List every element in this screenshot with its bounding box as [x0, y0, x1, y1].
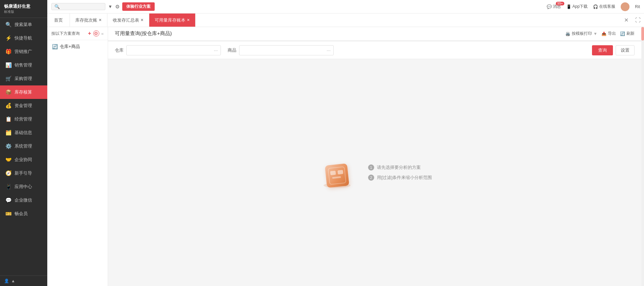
tab-home[interactable]: 首页	[47, 14, 70, 27]
message-badge: 99+	[556, 2, 564, 5]
scheme-panel: 按以下方案查询 + ⚙ « 🔄 仓库+商品	[47, 27, 108, 286]
topbar-trial-button[interactable]: 体验行业方案	[122, 2, 155, 11]
sidebar-logo: 畅康通好生意 标准版	[0, 0, 47, 18]
funds-icon: 💰	[5, 103, 12, 109]
query-button[interactable]: 查询	[592, 45, 613, 55]
phone-icon: 📱	[566, 4, 571, 9]
topbar-search-box[interactable]: 🔍	[51, 3, 105, 10]
sidebar-item-system[interactable]: ⚙️ 系统管理	[0, 139, 47, 153]
sidebar-item-wechat[interactable]: 💬 企业微信	[0, 193, 47, 207]
empty-text: 1 请先选择要分析的方案 2 用[过滤]条件来缩小分析范围	[368, 164, 432, 181]
scheme-header-actions: + ⚙ «	[88, 30, 104, 36]
tab-summary[interactable]: 收发存汇总表 ✕	[107, 14, 149, 27]
filter-settings-button[interactable]: 设置	[616, 45, 635, 55]
sidebar-item-inventory[interactable]: 📦 库存核算	[0, 85, 47, 99]
tab-batch[interactable]: 库存批次账 ✕	[70, 14, 107, 27]
tab-available[interactable]: 可用量库存账本 ✕	[149, 14, 196, 27]
warehouse-filter-label: 仓库	[115, 47, 124, 53]
sidebar-logo-title: 畅康通好生意	[4, 3, 43, 9]
goods-filter-field: 商品 ···	[228, 45, 334, 55]
tabs-close-button[interactable]: ✕	[621, 17, 632, 23]
page-title-actions: 🖨️ 按模板打印 ▼ 📤 导出 🔄 刷新	[565, 31, 635, 36]
topbar-online-service[interactable]: 🎧 在线客服	[593, 4, 615, 9]
inventory-icon: 📦	[5, 89, 12, 95]
topbar-username[interactable]: Rit	[635, 4, 640, 9]
sidebar-item-member[interactable]: 🎫 畅会员	[0, 207, 47, 220]
quicknav-icon: ⚡	[5, 35, 12, 41]
print-button[interactable]: 🖨️ 按模板打印 ▼	[565, 31, 597, 36]
empty-state: 1 请先选择要分析的方案 2 用[过滤]条件来缩小分析范围	[108, 59, 641, 286]
scheme-item-warehouse[interactable]: 🔄 仓库+商品	[47, 40, 108, 53]
sidebar-item-newguide[interactable]: 🧭 新手引导	[0, 166, 47, 180]
topbar-search-input[interactable]	[61, 4, 102, 9]
scheme-header-label: 按以下方案查询	[51, 31, 80, 36]
sidebar-item-quicknav[interactable]: ⚡ 快捷导航	[0, 31, 47, 45]
topbar-message[interactable]: 💬 消息 99+	[547, 4, 561, 9]
export-button[interactable]: 📤 导出	[601, 31, 616, 36]
sidebar-item-operations[interactable]: 📋 经营管理	[0, 112, 47, 126]
sidebar-item-enterprise[interactable]: 🤝 企业协同	[0, 153, 47, 166]
print-icon: 🖨️	[565, 31, 570, 36]
system-icon: ⚙️	[5, 143, 12, 149]
newguide-icon: 🧭	[5, 170, 12, 176]
tabs-expand-button[interactable]: ⛶	[632, 17, 644, 23]
scheme-collapse-button[interactable]: «	[101, 31, 104, 36]
topbar: 🔍 ▼ ⚙ 体验行业方案 💬 消息 99+ 📱 App下载 🎧 在	[47, 0, 644, 14]
warehouse-filter-field: 仓库 ···	[115, 45, 221, 55]
wechat-icon: 💬	[5, 197, 12, 203]
topbar-right-area: 💬 消息 99+ 📱 App下载 🎧 在线客服 Rit	[547, 2, 640, 11]
message-icon: 💬	[547, 4, 552, 9]
refresh-button[interactable]: 🔄 刷新	[620, 31, 635, 36]
scheme-header: 按以下方案查询 + ⚙ «	[47, 27, 108, 40]
search-icon: 🔍	[5, 22, 12, 28]
tab-batch-close-icon[interactable]: ✕	[99, 18, 102, 22]
topbar-search-icon: 🔍	[54, 4, 60, 9]
page-title: 可用量查询(按仓库+商品)	[115, 30, 172, 37]
sales-icon: 📊	[5, 62, 12, 68]
sidebar-item-search[interactable]: 🔍 搜索菜单	[0, 18, 47, 31]
scheme-add-button[interactable]: +	[88, 30, 91, 36]
headset-icon: 🎧	[593, 4, 598, 9]
scheme-item-icon: 🔄	[52, 44, 58, 49]
goods-filter-label: 商品	[228, 47, 236, 53]
scrollbar-thumb[interactable]	[641, 27, 644, 41]
sidebar-item-basic[interactable]: 🗂️ 基础信息	[0, 126, 47, 139]
sidebar-item-purchase[interactable]: 🛒 采购管理	[0, 72, 47, 85]
sidebar-item-sales[interactable]: 📊 销售管理	[0, 58, 47, 72]
empty-hint-1: 1 请先选择要分析的方案	[368, 164, 432, 171]
warehouse-filter-input[interactable]: ···	[126, 45, 221, 55]
empty-illustration	[317, 152, 358, 193]
topbar-dropdown-icon[interactable]: ▼	[108, 4, 112, 9]
tab-summary-close-icon[interactable]: ✕	[140, 18, 144, 22]
filter-bar: 仓库 ··· 商品 ··· 查询	[108, 42, 641, 59]
right-scrollbar	[641, 27, 644, 286]
sidebar-logo-sub: 标准版	[4, 9, 43, 14]
sidebar-bottom[interactable]: 👤 ▲	[0, 276, 47, 286]
user-avatar	[621, 2, 629, 11]
print-dropdown-icon[interactable]: ▼	[593, 31, 597, 36]
sidebar-scroll: 🔍 搜索菜单 ⚡ 快捷导航 🎁 营销推广 📊 销售管理 🛒 采购管理 📦	[0, 18, 47, 276]
goods-filter-input[interactable]: ···	[239, 45, 334, 55]
sidebar-item-funds[interactable]: 💰 资金管理	[0, 99, 47, 112]
tabs-bar: 首页 库存批次账 ✕ 收发存汇总表 ✕ 可用量库存账本 ✕ ✕ ⛶	[47, 14, 644, 27]
appcenter-icon: 📱	[5, 184, 12, 190]
tab-available-close-icon[interactable]: ✕	[187, 18, 190, 22]
basic-icon: 🗂️	[5, 130, 12, 136]
page-title-bar: 可用量查询(按仓库+商品) 🖨️ 按模板打印 ▼ 📤 导出 🔄	[108, 27, 641, 41]
goods-more-icon[interactable]: ···	[327, 48, 331, 53]
scheme-settings-button[interactable]: ⚙	[93, 30, 99, 36]
main-area: 🔍 ▼ ⚙ 体验行业方案 💬 消息 99+ 📱 App下载 🎧 在	[47, 0, 644, 286]
user-icon: 👤	[4, 279, 9, 283]
step-1-badge: 1	[368, 164, 374, 171]
step-2-badge: 2	[368, 175, 374, 181]
warehouse-more-icon[interactable]: ···	[214, 48, 218, 53]
sidebar-item-appcenter[interactable]: 📱 应用中心	[0, 180, 47, 193]
topbar-gear-icon[interactable]: ⚙	[115, 4, 120, 10]
purchase-icon: 🛒	[5, 76, 12, 82]
member-icon: 🎫	[5, 211, 12, 217]
refresh-icon: 🔄	[620, 31, 625, 36]
sidebar-item-marketing[interactable]: 🎁 营销推广	[0, 45, 47, 58]
sidebar: 畅康通好生意 标准版 🔍 搜索菜单 ⚡ 快捷导航 🎁 营销推广 📊 销售管理 🛒	[0, 0, 47, 286]
topbar-app-download[interactable]: 📱 App下载	[566, 4, 588, 9]
operations-icon: 📋	[5, 116, 12, 122]
